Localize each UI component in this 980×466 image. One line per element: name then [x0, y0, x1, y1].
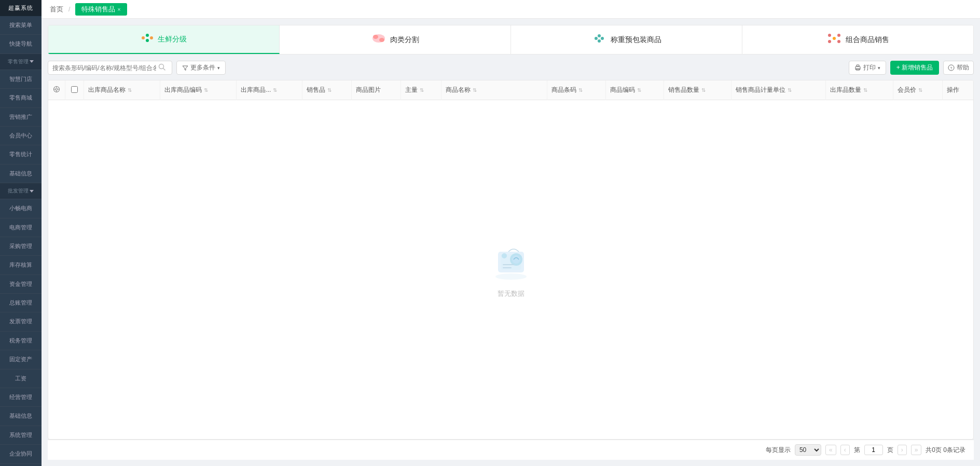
filter-icon	[182, 65, 188, 71]
sort-icon[interactable]: ⇅	[128, 87, 132, 93]
sidebar-item-retail-mall[interactable]: 零售商城	[0, 89, 42, 107]
cat-tab-combo-sales[interactable]: 组合商品销售	[742, 25, 973, 54]
sidebar-item-ops-mgmt[interactable]: 经营管理	[0, 388, 42, 407]
th-out-qty-label: 出库品数量	[830, 86, 861, 94]
cat-tab-meat-cut[interactable]: 肉类分割	[280, 25, 511, 54]
search-icon[interactable]	[158, 63, 165, 72]
th-product-image: 商品图片	[352, 80, 401, 100]
weigh-prepack-icon	[592, 33, 606, 47]
chevron-down-icon: ▾	[878, 65, 880, 71]
th-product-code-label: 商品编码	[610, 86, 635, 94]
breadcrumb-home[interactable]: 首页	[50, 5, 63, 14]
sort-icon[interactable]: ⇅	[273, 87, 277, 93]
sidebar-item-capital-mgmt[interactable]: 资金管理	[0, 275, 42, 294]
tab-close-button[interactable]: ×	[117, 6, 120, 12]
cat-tab-fresh-grade[interactable]: 生鲜分级	[48, 25, 280, 54]
svg-rect-19	[857, 65, 859, 66]
sort-icon[interactable]: ⇅	[204, 87, 208, 93]
sidebar-item-search-menu[interactable]: 搜索菜单	[0, 16, 42, 35]
svg-point-33	[512, 255, 520, 264]
help-icon: ?	[948, 64, 955, 71]
sidebar-item-purchase-mgmt[interactable]: 采购管理	[0, 237, 42, 256]
select-all-checkbox[interactable]	[71, 86, 78, 93]
svg-point-29	[495, 273, 527, 280]
svg-point-10	[598, 39, 601, 43]
th-checkbox[interactable]	[65, 80, 84, 100]
sidebar-item-general-ledger[interactable]: 总账管理	[0, 294, 42, 312]
th-out-qty: 出库品数量 ⇅	[826, 80, 893, 100]
last-page-button[interactable]: »	[911, 445, 922, 455]
sidebar-item-label: 发票管理	[9, 318, 32, 324]
th-out-product-info: 出库商品... ⇅	[237, 80, 302, 100]
cat-tab-weigh-prepack[interactable]: 称重预包装商品	[511, 25, 742, 54]
sidebar-item-system-mgmt[interactable]: 系统管理	[0, 426, 42, 445]
sidebar-item-label: 经营管理	[9, 394, 32, 400]
th-operation: 操作	[943, 80, 973, 100]
sidebar-item-inventory[interactable]: 库存核算	[0, 256, 42, 275]
add-label: + 新增销售品	[896, 63, 933, 72]
sidebar-item-wages[interactable]: 工资	[0, 369, 42, 388]
sidebar-item-sales-promo[interactable]: 营销推广	[0, 108, 42, 127]
th-sales-unit-label: 销售商品计量单位	[736, 86, 785, 94]
sidebar-item-member-center[interactable]: 会员中心	[0, 127, 42, 145]
th-sales-product: 销售品 ⇅	[302, 80, 352, 100]
per-page-label: 每页显示	[766, 446, 791, 455]
sidebar-item-mini-program[interactable]: 小畅电商	[0, 199, 42, 218]
sidebar-item-basic-info2[interactable]: 基础信息	[0, 407, 42, 426]
sidebar-item-label: 采购管理	[9, 243, 32, 249]
sidebar-item-new-user-guide[interactable]: 新手引导	[0, 464, 42, 466]
current-page-input[interactable]	[864, 445, 883, 455]
svg-point-6	[379, 38, 384, 42]
sidebar-item-retail-stats[interactable]: 零售统计	[0, 145, 42, 164]
svg-point-1	[146, 34, 149, 37]
sort-icon[interactable]: ⇅	[701, 87, 706, 93]
sidebar-item-label: 企业协同	[9, 450, 32, 457]
sort-icon[interactable]: ⇅	[420, 87, 424, 93]
sidebar-item-invoice-mgmt[interactable]: 发票管理	[0, 312, 42, 331]
per-page-select[interactable]: 10 20 50 100	[795, 444, 821, 456]
sidebar-item-tax-mgmt[interactable]: 税务管理	[0, 332, 42, 350]
sidebar-item-smart-store[interactable]: 智慧门店	[0, 70, 42, 89]
combo-sales-icon	[827, 33, 841, 47]
next-page-button[interactable]: ›	[898, 445, 907, 455]
sort-icon[interactable]: ⇅	[327, 87, 332, 93]
svg-line-17	[163, 68, 165, 71]
table-scroll[interactable]: 出库商品名称 ⇅ 出库商品编码 ⇅	[48, 80, 973, 100]
active-tab[interactable]: 特殊销售品 ×	[75, 3, 127, 16]
chevron-down-icon	[30, 190, 34, 193]
sort-icon[interactable]: ⇅	[918, 87, 922, 93]
sidebar-item-batch-mgmt[interactable]: 批发管理	[0, 183, 42, 199]
sidebar-item-retail-mgmt[interactable]: 零售管理	[0, 54, 42, 70]
sort-icon[interactable]: ⇅	[473, 87, 477, 93]
sidebar-item-enterprise-collab[interactable]: 企业协同	[0, 445, 42, 463]
help-button[interactable]: ? 帮助	[943, 61, 974, 75]
svg-point-3	[150, 36, 153, 39]
sort-icon[interactable]: ⇅	[578, 87, 583, 93]
sidebar-item-label: 电商管理	[9, 224, 32, 230]
page-label-suffix: 页	[887, 446, 893, 455]
sort-icon[interactable]: ⇅	[863, 87, 867, 93]
search-input[interactable]	[52, 64, 156, 72]
add-button[interactable]: + 新增销售品	[890, 61, 939, 75]
filter-button[interactable]: 更多条件 ▾	[176, 61, 226, 75]
sidebar-item-basic-info[interactable]: 基础信息	[0, 165, 42, 183]
topbar: 首页 / 特殊销售品 ×	[42, 0, 980, 19]
sidebar-item-fixed-assets[interactable]: 固定资产	[0, 350, 42, 369]
first-page-button[interactable]: «	[825, 445, 836, 455]
th-member-price-label: 会员价	[898, 86, 916, 94]
search-box[interactable]	[48, 61, 172, 75]
svg-point-15	[837, 40, 840, 43]
prev-page-button[interactable]: ‹	[840, 445, 850, 455]
total-text: 共0页 0条记录	[926, 446, 965, 455]
th-settings[interactable]	[48, 80, 65, 100]
sort-icon[interactable]: ⇅	[637, 87, 641, 93]
main-content: 首页 / 特殊销售品 × 生鲜分级	[42, 0, 980, 466]
sidebar-item-ecommerce-mgmt[interactable]: 电商管理	[0, 218, 42, 237]
sort-icon[interactable]: ⇅	[788, 87, 792, 93]
meat-cut-icon	[371, 33, 386, 47]
table-header-row: 出库商品名称 ⇅ 出库商品编码 ⇅	[48, 80, 973, 100]
cat-tab-meat-cut-label: 肉类分割	[390, 35, 419, 45]
sidebar-item-quick-nav[interactable]: 快捷导航	[0, 35, 42, 53]
print-button[interactable]: 打印 ▾	[849, 61, 886, 75]
th-sales-product-label: 销售品	[307, 86, 325, 94]
